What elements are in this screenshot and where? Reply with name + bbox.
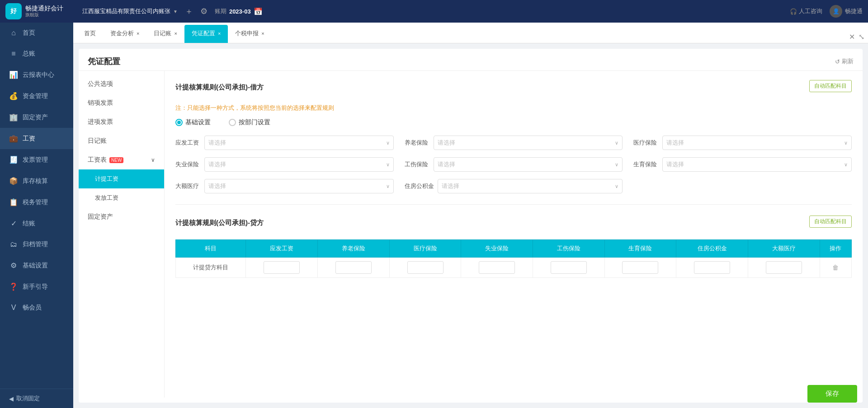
add-icon[interactable]: ＋ <box>185 6 193 17</box>
nav-pay-salary[interactable]: 发放工资 <box>79 188 164 207</box>
sidebar-label-basic-settings: 基础设置 <box>23 262 48 270</box>
period-value: 2023-03 <box>229 8 251 15</box>
nav-label-salary-table: 工资表 <box>88 156 107 164</box>
sidebar-label-invoice-management: 发票管理 <box>23 156 48 164</box>
archive-icon: 🗂 <box>9 240 18 249</box>
settings-icon[interactable]: ⚙ <box>200 6 208 16</box>
select-work-injury-placeholder: 请选择 <box>438 160 455 169</box>
save-button[interactable]: 保存 <box>807 385 857 403</box>
calendar-icon[interactable]: 📅 <box>254 7 263 16</box>
sidebar-label-general-ledger: 总账 <box>23 50 35 58</box>
company-select[interactable]: 江西服宝精品有限责任公司内账张 ▼ <box>82 7 178 15</box>
table-row: 计提贷方科目 <box>176 258 852 278</box>
sidebar-item-inventory[interactable]: 📦 库存核算 <box>0 170 73 192</box>
checkout-icon: ✓ <box>9 219 18 228</box>
inventory-icon: 📦 <box>9 177 18 185</box>
input-salary[interactable] <box>264 261 300 274</box>
select-medical[interactable]: 请选择 ∨ <box>662 136 852 150</box>
sidebar-item-salary[interactable]: 💼 工资 <box>0 128 73 149</box>
input-maternity[interactable] <box>622 261 658 274</box>
sidebar-item-new-guide[interactable]: ❓ 新手引导 <box>0 276 73 297</box>
tab-tax-filing[interactable]: 个税申报 × <box>228 25 271 43</box>
debit-auto-match-button[interactable]: 自动匹配科目 <box>809 80 852 92</box>
tab-fund-analysis-close[interactable]: × <box>137 31 139 36</box>
radio-by-dept[interactable]: 按部门设置 <box>229 118 270 127</box>
credit-section-title: 计提核算规则(公司承担)-贷方 <box>175 219 264 227</box>
headset-icon: 🎧 <box>790 8 797 15</box>
cell-maternity <box>604 258 676 278</box>
delete-row-button[interactable]: 🗑 <box>832 264 839 271</box>
nav-label-fixed-assets: 固定资产 <box>88 213 113 221</box>
nav-purchase-invoice[interactable]: 进项发票 <box>79 113 164 131</box>
credit-auto-match-button[interactable]: 自动匹配科目 <box>809 216 852 228</box>
sidebar-item-invoice-management[interactable]: 🧾 发票管理 <box>0 149 73 170</box>
field-unemployment: 失业保险 请选择 ∨ <box>175 157 394 172</box>
select-maternity[interactable]: 请选择 ∨ <box>662 157 852 172</box>
sidebar-item-basic-settings[interactable]: ⚙ 基础设置 <box>0 255 73 276</box>
nav-fixed-assets[interactable]: 固定资产 <box>79 207 164 226</box>
sidebar-item-tax-management[interactable]: 📋 税务管理 <box>0 192 73 213</box>
debit-section-header: 计提核算规则(公司承担)-借方 自动匹配科目 <box>175 80 852 99</box>
credit-section-header: 计提核算规则(公司承担)-贷方 自动匹配科目 <box>175 216 852 235</box>
col-salary: 应发工资 <box>246 240 318 258</box>
nav-public-options[interactable]: 公共选项 <box>79 75 164 94</box>
input-pension[interactable] <box>335 261 372 274</box>
sidebar-label-vip: 畅会员 <box>23 304 42 312</box>
select-pension-placeholder: 请选择 <box>438 139 455 147</box>
sidebar-item-checkout[interactable]: ✓ 结账 <box>0 213 73 234</box>
nav-label-accrued-salary: 计提工资 <box>95 175 118 183</box>
input-work-injury[interactable] <box>551 261 587 274</box>
nav-journal[interactable]: 日记账 <box>79 131 164 150</box>
sidebar-item-vip[interactable]: V 畅会员 <box>0 297 73 318</box>
tab-journal[interactable]: 日记账 × <box>146 25 184 43</box>
tab-voucher-config[interactable]: 凭证配置 × <box>184 25 228 43</box>
sidebar-label-home: 首页 <box>23 29 35 37</box>
sidebar-item-home[interactable]: ⌂ 首页 <box>0 23 73 43</box>
input-housing-fund[interactable] <box>694 261 730 274</box>
select-salary-payable[interactable]: 请选择 ∨ <box>204 136 394 150</box>
cell-subject-label: 计提贷方科目 <box>193 264 228 271</box>
select-pension[interactable]: 请选择 ∨ <box>434 136 623 150</box>
cancel-pin-button[interactable]: ◀ 取消固定 <box>0 389 73 408</box>
period-area: 账期 2023-03 📅 <box>215 7 263 16</box>
sidebar-item-fixed-assets[interactable]: 🏢 固定资产 <box>0 107 73 128</box>
refresh-button[interactable]: ↺ 刷新 <box>835 57 854 66</box>
select-housing-fund[interactable]: 请选择 ∨ <box>438 179 623 193</box>
debit-warning: 注：只能选择一种方式，系统将按照您当前的选择来配置规则 <box>175 104 852 112</box>
tab-home[interactable]: 首页 <box>77 25 103 43</box>
col-large-medical: 大额医疗 <box>748 240 820 258</box>
field-large-medical: 大额医疗 请选择 ∨ <box>175 179 394 193</box>
nav-salary-table[interactable]: 工资表 NEW ∨ <box>79 150 164 169</box>
sidebar-item-report-center[interactable]: 📊 云报表中心 <box>0 64 73 85</box>
col-maternity: 生育保险 <box>604 240 676 258</box>
ledger-icon: ≡ <box>9 50 18 58</box>
tab-tax-filing-label: 个税申报 <box>235 29 259 38</box>
radio-basic[interactable]: 基础设置 <box>175 118 211 127</box>
sidebar-label-checkout: 结账 <box>23 220 35 228</box>
main-layout: ⌂ 首页 ≡ 总账 📊 云报表中心 💰 资金管理 🏢 固定资产 💼 工资 🧾 发… <box>0 23 868 408</box>
field-medical: 医疗保险 请选择 ∨ <box>633 136 852 150</box>
select-maternity-arrow: ∨ <box>844 162 848 168</box>
sidebar-item-archive[interactable]: 🗂 归档管理 <box>0 234 73 255</box>
tab-expand-icon[interactable]: ⤡ <box>859 33 864 41</box>
select-unemployment[interactable]: 请选择 ∨ <box>204 157 394 172</box>
input-unemployment[interactable] <box>479 261 515 274</box>
tab-tax-filing-close[interactable]: × <box>261 31 264 36</box>
tab-fund-analysis[interactable]: 资金分析 × <box>103 25 146 43</box>
input-medical[interactable] <box>407 261 443 274</box>
nav-sales-invoice[interactable]: 销项发票 <box>79 94 164 113</box>
select-work-injury[interactable]: 请选择 ∨ <box>434 157 623 172</box>
input-large-medical[interactable] <box>766 261 802 274</box>
tab-journal-close[interactable]: × <box>174 31 177 36</box>
tab-voucher-config-close[interactable]: × <box>218 31 221 36</box>
tab-close-all-icon[interactable]: ✕ <box>849 33 855 41</box>
sidebar-item-fund-management[interactable]: 💰 资金管理 <box>0 85 73 107</box>
cell-action: 🗑 <box>820 258 851 278</box>
sidebar-label-report-center: 云报表中心 <box>23 71 54 79</box>
select-pension-arrow: ∨ <box>615 140 618 146</box>
service-button[interactable]: 🎧 人工咨询 <box>790 7 822 15</box>
refresh-icon: ↺ <box>835 58 840 65</box>
nav-accrued-salary[interactable]: 计提工资 <box>79 169 164 188</box>
select-large-medical[interactable]: 请选择 ∨ <box>204 179 394 193</box>
sidebar-item-general-ledger[interactable]: ≡ 总账 <box>0 43 73 64</box>
